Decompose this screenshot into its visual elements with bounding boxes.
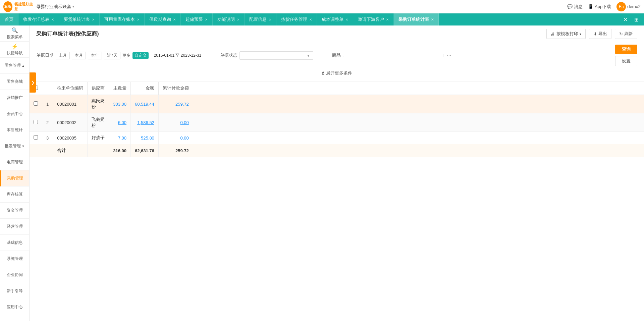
sidebar-item-retail-stats[interactable]: 零售统计 (0, 122, 29, 138)
tab-label: 要货单统计表 (64, 16, 90, 22)
row-checkbox[interactable] (30, 113, 42, 132)
tab-label: 拣货任务管理 (281, 16, 307, 22)
th-supplier: 供应商 (88, 82, 109, 95)
workspace-selector[interactable]: 母婴行业演示账套 ▾ (33, 2, 567, 11)
print-icon: 🖨 (551, 32, 555, 37)
footer-end (193, 144, 644, 157)
top-right-actions: 💬 消息 📱 App下载 Ea demo2 (567, 2, 641, 11)
tab-purchase-summary[interactable]: 采购订单统计表 ✕ (394, 13, 439, 25)
refresh-button[interactable]: ↻ 刷新 (615, 29, 637, 39)
chevron-down-icon: ⊻ (321, 71, 325, 76)
close-icon[interactable]: ✕ (269, 18, 271, 21)
close-tab-button[interactable]: ✕ (621, 16, 630, 23)
row-paid-amount: 259.72 (158, 95, 193, 113)
user-name: demo2 (627, 4, 641, 9)
tab-config[interactable]: 配置信息 ✕ (245, 13, 276, 25)
close-icon[interactable]: ✕ (431, 18, 434, 21)
close-icon[interactable]: ✕ (309, 18, 312, 21)
close-icon[interactable]: ✕ (237, 18, 239, 21)
sidebar-item-wechat[interactable]: 企业微信 (0, 315, 29, 321)
sidebar-item-basic-info[interactable]: 基础信息 (0, 235, 29, 251)
sidebar-item-purchase[interactable]: 采购管理 (0, 170, 29, 186)
sidebar-item-operations[interactable]: 经营管理 (0, 219, 29, 235)
close-icon[interactable]: ✕ (386, 18, 389, 21)
sidebar-item-retail-mgmt[interactable]: 零售管理 ▲ (0, 58, 29, 74)
status-select[interactable]: ▾ (239, 51, 313, 60)
tab-label: 配置信息 (249, 16, 267, 22)
tab-cost-adjust[interactable]: 成本调整单 ✕ (317, 13, 353, 25)
close-icon[interactable]: ✕ (173, 18, 176, 21)
close-icon[interactable]: ✕ (92, 18, 95, 21)
sidebar-item-marketing[interactable]: 营销推广 (0, 90, 29, 106)
tab-warranty-query[interactable]: 保质期查询 ✕ (145, 13, 181, 25)
close-icon[interactable]: ✕ (205, 18, 208, 21)
tab-pick-task[interactable]: 拣货任务管理 ✕ (276, 13, 317, 25)
message-button[interactable]: 💬 消息 (567, 4, 583, 10)
sidebar-item-inventory[interactable]: 库存核算 (0, 186, 29, 203)
sidebar-item-enterprise[interactable]: 企业协同 (0, 267, 29, 283)
sidebar-item-label: 库存核算 (7, 192, 23, 197)
sidebar-item-app-center[interactable]: 应用中心 (0, 299, 29, 315)
sidebar-item-newbie[interactable]: 新手引导 (0, 283, 29, 299)
tab-available-stock[interactable]: 可用量库存账本 ✕ (100, 13, 145, 25)
tab-label: 可用量库存账本 (104, 16, 135, 22)
user-profile[interactable]: Ea demo2 (616, 2, 641, 11)
date-range-value: 2016-01-01 至 2023-12-31 (154, 53, 201, 58)
data-table: 往来单位编码 供应商 主数量 金额 累计付款金额 (30, 82, 644, 321)
sidebar-collapse-button[interactable]: ❯ (30, 72, 36, 93)
close-icon[interactable]: ✕ (51, 18, 54, 21)
sidebar-item-label: 采购管理 (7, 175, 23, 181)
close-icon[interactable]: ✕ (345, 18, 348, 21)
row-end (193, 132, 644, 144)
footer-amount: 62,631.76 (131, 144, 159, 157)
page-actions: 🖨 按模板打印 ▾ ⬇ 导出 ↻ 刷新 (546, 29, 637, 39)
date-filter: 单据日期 上月 本月 本年 近7天 更多 自定义 (36, 52, 149, 59)
sidebar-item-label: 零售统计 (7, 127, 23, 133)
goods-input[interactable] (343, 54, 443, 57)
message-icon: 💬 (567, 4, 573, 9)
tab-label: 保质期查询 (149, 16, 171, 22)
row-checkbox[interactable] (30, 95, 42, 113)
tab-collections[interactable]: 收发存汇总表 ✕ (18, 13, 59, 25)
sidebar-item-label: 批发管理 (5, 143, 21, 149)
tab-overstock-warning[interactable]: 超储预警 ✕ (181, 13, 213, 25)
footer-quantity: 316.00 (109, 144, 131, 157)
date-last-month[interactable]: 上月 (56, 52, 70, 59)
sidebar-item-wholesale[interactable]: 批发管理 ▼ (0, 138, 29, 154)
sidebar-item-search[interactable]: 🔍 搜索菜单 (0, 25, 29, 42)
sidebar-item-label: 会员中心 (7, 111, 23, 117)
sidebar-item-member[interactable]: 会员中心 (0, 106, 29, 122)
filter-row-1: 单据日期 上月 本月 本年 近7天 更多 自定义 2016-01-01 至 20… (36, 45, 637, 66)
sidebar-item-retail-shop[interactable]: 零售商城 (0, 74, 29, 90)
row-unit-code: 00020002 (53, 113, 88, 132)
query-actions: 查询 设置 (615, 45, 637, 66)
sidebar-item-nav[interactable]: ⚡ 快捷导航 (0, 42, 29, 58)
tab-home[interactable]: 首页 (0, 13, 18, 25)
date-this-month[interactable]: 本月 (72, 52, 86, 59)
maximize-button[interactable]: ⊞ (632, 16, 641, 23)
th-amount: 金额 (131, 82, 159, 95)
date-more[interactable]: 更多 (122, 53, 130, 58)
row-quantity: 7.00 (109, 132, 131, 144)
tab-function-guide[interactable]: 功能说明 ✕ (213, 13, 245, 25)
export-button[interactable]: ⬇ 导出 (589, 29, 611, 39)
date-7days[interactable]: 近7天 (104, 52, 120, 59)
expand-more-button[interactable]: ⊻ 展开更多条件 (321, 68, 352, 78)
app-download-button[interactable]: 📱 App下载 (588, 4, 611, 10)
tab-invite-downstream[interactable]: 邀请下游客户 ✕ (353, 13, 394, 25)
row-paid-amount: 0.00 (158, 113, 193, 132)
row-checkbox[interactable] (30, 132, 42, 144)
sidebar-item-finance[interactable]: 资金管理 (0, 203, 29, 219)
print-template-button[interactable]: 🖨 按模板打印 ▾ (546, 29, 586, 39)
settings-button[interactable]: 设置 (615, 56, 637, 66)
sidebar-item-ecommerce[interactable]: 电商管理 (0, 154, 29, 170)
sidebar-item-system[interactable]: 系统管理 (0, 251, 29, 267)
chevron-right-icon: ❯ (31, 80, 35, 85)
tab-purchase-order-stats[interactable]: 要货单统计表 ✕ (59, 13, 100, 25)
more-filter-icon[interactable]: ··· (447, 52, 451, 58)
date-this-year[interactable]: 本年 (88, 52, 102, 59)
close-icon[interactable]: ✕ (137, 18, 140, 21)
query-button[interactable]: 查询 (615, 45, 637, 54)
table-row: 3 00020005 好孩子 7.00 525.80 0.00 (30, 132, 644, 144)
sidebar-item-label: 基础信息 (7, 240, 23, 246)
